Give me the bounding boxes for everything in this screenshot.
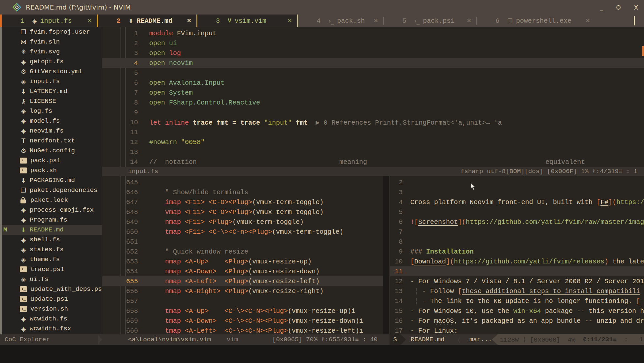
file-neovim.fs[interactable]: ◈neovim.fs	[0, 126, 102, 136]
file-process_emoji.fsx[interactable]: ◈process_emoji.fsx	[0, 205, 102, 215]
tab-label: README.md	[137, 17, 172, 25]
tab-pack.ps1[interactable]: 5›_pack.ps1×	[384, 15, 476, 27]
file-label: getopt.fs	[30, 58, 64, 65]
term-icon: ›_	[20, 296, 27, 302]
file-fvim.fsproj.user[interactable]: ❐fvim.fsproj.user	[0, 27, 102, 37]
file-nerdfont.txt[interactable]: Tnerdfont.txt	[0, 136, 102, 146]
file-Program.fs[interactable]: ◈Program.fs	[0, 215, 102, 225]
file-pack.ps1[interactable]: ›_pack.ps1	[0, 156, 102, 166]
key-icon: ⚷	[19, 98, 28, 105]
code-line: 11	[390, 266, 644, 276]
term-icon: ›_	[20, 306, 27, 312]
line-number: 1	[102, 30, 141, 37]
file-wcwidth.fsx[interactable]: ◈wcwidth.fsx	[0, 324, 102, 334]
svg-icon: ✳	[19, 48, 28, 55]
fs-icon: ◈	[19, 78, 28, 85]
file-fvim.sln[interactable]: ⋈fvim.sln	[0, 37, 102, 47]
term-icon: ›_	[20, 266, 27, 272]
code-line: 646 " Show/hide terminals	[102, 187, 383, 197]
file-label: pack.sh	[30, 167, 57, 174]
file-PACKAGING.md[interactable]: ⬇PACKAGING.md	[0, 175, 102, 185]
code-line: 654 nmap <A-Down> <Plug>(vmux-resize-dow…	[102, 266, 383, 276]
line-number: 9	[102, 109, 141, 116]
file-update_with_deps.ps1[interactable]: ›_update_with_deps.ps1	[0, 284, 102, 294]
close-icon[interactable]: ×	[374, 17, 378, 25]
line-number: 655	[102, 278, 141, 285]
code-area-vsim-vim: 645646 " Show/hide terminals647 imap <F1…	[102, 176, 383, 334]
file-LATENCY.md[interactable]: ⬇LATENCY.md	[0, 86, 102, 96]
line-text: - For macOS, it's packaged as an app bun…	[410, 317, 644, 325]
pane-separator[interactable]	[383, 176, 390, 334]
line-number: 2	[390, 179, 405, 186]
file-fvim.svg[interactable]: ✳fvim.svg	[0, 47, 102, 57]
editor-pane-readme-md[interactable]: 234Cross platform Neovim front-end UI, b…	[390, 176, 644, 334]
close-icon[interactable]: ×	[187, 17, 191, 25]
tab-powershell.exe[interactable]: 6❐powershell.exe×	[477, 15, 595, 27]
file-log.fs[interactable]: ◈log.fs	[0, 106, 102, 116]
maximize-button[interactable]: O	[616, 4, 621, 11]
file-ui.fs[interactable]: ◈ui.fs	[0, 274, 102, 284]
cmdline-area[interactable]	[0, 345, 644, 363]
tabline-cursor	[634, 16, 635, 25]
tab-number: 6	[495, 17, 499, 25]
file-wcwidth.fs[interactable]: ◈wcwidth.fs	[0, 314, 102, 324]
statusline-input-fs: input.fs fsharp utf-8[BOM][dos] [0x006F]…	[102, 167, 644, 176]
line-number: 7	[102, 89, 141, 97]
file-paket.lock[interactable]: paket.lock	[0, 195, 102, 205]
fs-icon: ◈	[19, 107, 28, 115]
file-label: GitVersion.yml	[30, 68, 83, 75]
file-pack.sh[interactable]: ›_pack.sh	[0, 166, 102, 175]
line-text: nmap <A-Up> <Plug>(vmux-resize-up)	[149, 258, 383, 265]
fs-icon: ◈	[32, 17, 37, 24]
sidebar-scrollbar[interactable]	[0, 27, 2, 334]
line-number: 12	[102, 138, 141, 146]
line-text: vmap <F11> <C-O><Plug>(vmux-term-toggle)	[149, 208, 383, 216]
close-icon[interactable]: ×	[87, 17, 92, 25]
code-line: 4open neovim	[102, 58, 644, 68]
file-NuGet.config[interactable]: ⚙NuGet.config	[0, 146, 102, 156]
file-LICENSE[interactable]: ⚷LICENSE	[0, 96, 102, 106]
titlebar[interactable]: README.md (F:\git\fvim) - NVIM _OX	[0, 0, 644, 15]
statusline-position: [0x0065] 70% ℓ:655/931≡ : 40	[272, 336, 378, 343]
tab-pack.sh[interactable]: 4›_pack.sh×	[298, 15, 383, 27]
file-shell.fs[interactable]: ◈shell.fs	[0, 235, 102, 245]
code-line: 645	[102, 177, 383, 187]
angle-separator-icon: ⟨	[458, 336, 460, 343]
file-getopt.fs[interactable]: ◈getopt.fs	[0, 57, 102, 67]
file-label: states.fs	[30, 246, 64, 253]
file-input.fs[interactable]: ◈input.fs	[0, 76, 102, 86]
tab-label: input.fs	[40, 17, 72, 25]
file-theme.fs[interactable]: ◈theme.fs	[0, 255, 102, 264]
code-line: 17- For Linux:	[390, 326, 644, 334]
file-trace.ps1[interactable]: ›_trace.ps1	[0, 264, 102, 274]
file-version.sh[interactable]: ›_version.sh	[0, 304, 102, 314]
tab-input.fs[interactable]: 1◈input.fs×	[2, 15, 97, 27]
file-explorer[interactable]: ❐fvim.fsproj.user⋈fvim.sln✳fvim.svg◈geto…	[0, 27, 102, 334]
tab-vsim.vim[interactable]: 3Vvsim.vim×	[197, 15, 297, 27]
line-number: 653	[102, 258, 141, 265]
line-number: 14	[390, 297, 405, 305]
tab-README.md[interactable]: 2⬇README.md×	[98, 15, 196, 27]
close-icon[interactable]: ×	[467, 17, 471, 25]
scrollbar-thumb[interactable]	[642, 46, 644, 56]
file-paket.dependencies[interactable]: ❐paket.dependencies	[0, 185, 102, 195]
line-number: 658	[102, 307, 141, 315]
close-icon[interactable]: ×	[586, 17, 590, 25]
file-model.fs[interactable]: ◈model.fs	[0, 116, 102, 126]
file-label: version.sh	[30, 305, 68, 313]
line-text: open System	[149, 89, 644, 97]
file-GitVersion.yml[interactable]: ⚙GitVersion.yml	[0, 67, 102, 76]
file-states.fs[interactable]: ◈states.fs	[0, 245, 102, 255]
line-number: 12	[390, 278, 405, 285]
file-README.md[interactable]: M⬇README.md	[0, 225, 102, 235]
minimize-button[interactable]: _	[600, 4, 603, 11]
line-text: open ui	[149, 40, 644, 47]
line-number: 652	[102, 248, 141, 256]
editor-pane-input-fs[interactable]: 1module FVim.input2open ui3open log4open…	[102, 27, 644, 167]
file-update.ps1[interactable]: ›_update.ps1	[0, 294, 102, 304]
fs-icon: ◈	[19, 256, 28, 263]
editor-pane-vsim-vim[interactable]: 645646 " Show/hide terminals647 imap <F1…	[102, 176, 383, 334]
close-button[interactable]: X	[634, 4, 638, 11]
close-icon[interactable]: ×	[288, 17, 292, 25]
line-number: 647	[102, 198, 141, 206]
